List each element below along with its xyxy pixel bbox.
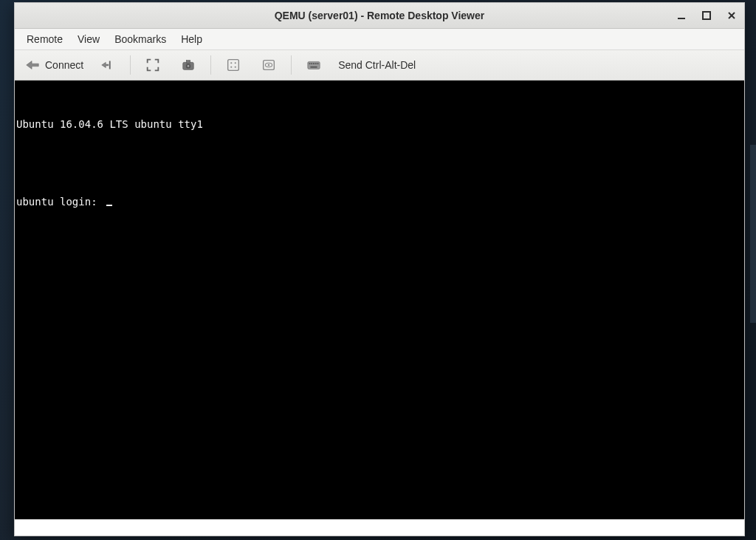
svg-point-15 [235,66,236,68]
eye-icon [261,57,277,73]
toolbar-separator [210,55,211,75]
send-ctrl-alt-del-label: Send Ctrl-Alt-Del [338,59,416,71]
bottom-strip [15,519,744,536]
screenshot-button[interactable] [172,53,205,77]
svg-rect-24 [317,63,319,64]
minimize-button[interactable] [669,3,694,28]
svg-marker-4 [27,61,39,69]
window-title: QEMU (server01) - Remote Desktop Viewer [15,10,744,21]
fullscreen-button[interactable] [137,53,169,77]
fullscreen-icon [145,57,161,73]
menu-view[interactable]: View [70,30,107,48]
camera-icon [180,57,196,73]
scaling-icon [225,57,241,73]
desktop-scrollbar-shadow [750,78,756,523]
toolbar: Connect [15,50,744,81]
svg-rect-25 [311,66,317,68]
viewonly-button[interactable] [252,53,285,77]
menubar: Remote View Bookmarks Help [15,29,744,50]
connect-button-label: Connect [45,59,83,71]
close-button[interactable] [719,3,744,28]
svg-rect-23 [315,63,317,64]
svg-rect-22 [313,63,315,64]
minimize-icon [676,10,687,21]
maximize-button[interactable] [694,3,719,28]
svg-rect-0 [678,18,685,19]
scaling-button[interactable] [217,53,250,77]
terminal-cursor [106,205,112,206]
menu-bookmarks[interactable]: Bookmarks [107,30,173,48]
svg-point-12 [230,62,232,64]
terminal-line: Ubuntu 16.04.6 LTS ubuntu tty1 [16,118,743,131]
close-icon [726,10,737,21]
keyboard-icon [306,57,322,73]
connect-button[interactable]: Connect [19,53,89,77]
svg-rect-19 [308,61,320,69]
svg-rect-1 [703,12,710,19]
svg-point-18 [268,64,270,66]
disconnect-button[interactable] [92,53,124,77]
app-window: QEMU (server01) - Remote Desktop Viewer … [14,2,745,536]
terminal-login-line: ubuntu login: [16,196,743,209]
svg-marker-5 [102,62,109,67]
window-controls [669,3,744,28]
svg-rect-8 [186,61,190,64]
send-ctrl-alt-del-button[interactable]: Send Ctrl-Alt-Del [333,53,421,77]
svg-rect-21 [311,63,312,64]
svg-rect-6 [109,61,111,69]
menu-remote[interactable]: Remote [19,30,70,48]
connect-icon [24,57,41,73]
disconnect-icon [100,57,116,73]
svg-rect-11 [228,60,239,71]
remote-display-terminal[interactable]: Ubuntu 16.04.6 LTS ubuntu tty1 ubuntu lo… [15,81,744,519]
svg-point-13 [235,62,236,64]
terminal-line-blank [16,157,743,171]
keyboard-button[interactable] [298,53,330,77]
login-prompt-text: ubuntu login: [16,196,103,208]
svg-point-14 [230,66,232,68]
svg-rect-20 [309,63,311,64]
toolbar-separator [291,55,292,75]
toolbar-separator [130,55,131,75]
maximize-icon [701,10,712,21]
svg-point-10 [188,65,190,67]
menu-help[interactable]: Help [173,30,210,48]
titlebar: QEMU (server01) - Remote Desktop Viewer [15,3,744,29]
